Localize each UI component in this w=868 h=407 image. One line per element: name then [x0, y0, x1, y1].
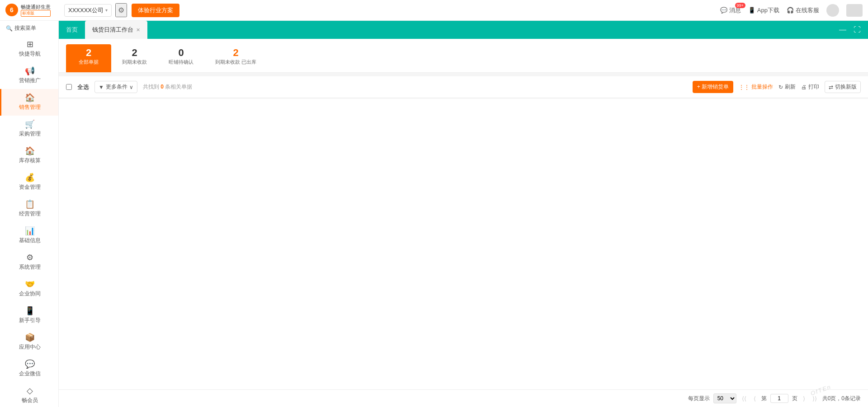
sidebar-label-quick-nav: 快捷导航: [19, 50, 41, 58]
stat-tab-shipped[interactable]: 2 到期未收款 已出库: [204, 44, 267, 72]
filter-button[interactable]: ▼ 更多条件 ∨: [94, 81, 137, 93]
pagination: 每页显示 50 10 20 100 ⟨⟨ ⟨ 第 页 ⟩ ⟩⟩ 共0页，0条记录: [59, 389, 868, 407]
filter-chevron: ∨: [129, 84, 133, 90]
app-download-btn[interactable]: 📱 App下载: [748, 6, 779, 14]
marketing-icon: 📢: [25, 67, 35, 75]
tab-cashflow[interactable]: 钱货日清工作台 ✕: [85, 21, 147, 39]
next-page-btn[interactable]: ⟩: [801, 394, 807, 403]
sidebar-item-weixin[interactable]: 💬 企业微信: [0, 356, 58, 382]
inventory-icon: 🏠: [25, 147, 35, 155]
switch-label: 切换新版: [835, 83, 857, 91]
logo-area: 6 畅捷通好生意 标准版: [5, 4, 64, 17]
filter-label: 更多条件: [106, 83, 127, 91]
online-service-btn[interactable]: 🎧 在线客服: [787, 6, 819, 14]
user-name-area[interactable]: [846, 4, 863, 17]
top-header: 6 畅捷通好生意 标准版 XXXXXX公司 ▾ ⚙ 体验行业方案 💬 消息 99…: [0, 0, 868, 21]
per-page-select[interactable]: 50 10 20 100: [713, 393, 736, 403]
switch-version-btn[interactable]: ⇄ 切换新版: [825, 81, 861, 93]
trial-button[interactable]: 体验行业方案: [132, 4, 179, 17]
operations-icon: 📋: [25, 200, 35, 208]
tab-minimize-btn[interactable]: —: [837, 24, 848, 36]
search-label: 搜索菜单: [14, 24, 36, 32]
found-text: 共找到 0 条相关单据: [143, 83, 192, 91]
notification-badge: 99+: [735, 3, 745, 8]
stats-tabs: 2 全部单据 2 到期未收款 0 旺铺待确认 2 到期未收款 已出库: [59, 39, 868, 73]
sidebar-label-finance: 资金管理: [19, 183, 41, 191]
sidebar-label-marketing: 营销推广: [19, 77, 41, 84]
sidebar-label-basicinfo: 基础信息: [19, 237, 41, 244]
found-prefix: 共找到: [143, 84, 159, 90]
sidebar-item-newbie[interactable]: 📱 新手引导: [0, 302, 58, 329]
add-sales-btn[interactable]: + 新增销货单: [693, 81, 733, 93]
stat-tab-all[interactable]: 2 全部单据: [66, 44, 111, 72]
sidebar-item-cooperation[interactable]: 🤝 企业协同: [0, 276, 58, 302]
print-btn[interactable]: 🖨 打印: [801, 83, 819, 91]
sidebar-item-system[interactable]: ⚙ 系统管理: [0, 249, 58, 276]
company-name: XXXXXX公司: [68, 6, 104, 14]
newbie-icon: 📱: [25, 307, 35, 315]
sidebar-label-system: 系统管理: [19, 263, 41, 271]
sidebar-label-sales: 销售管理: [19, 103, 41, 111]
weixin-icon: 💬: [25, 360, 35, 368]
system-icon: ⚙: [26, 253, 33, 262]
stat-tab-pending[interactable]: 0 旺铺待确认: [158, 44, 204, 72]
tab-home-label: 首页: [66, 26, 78, 34]
quick-nav-icon: ⊞: [27, 40, 33, 48]
stat-label-all: 全部单据: [79, 59, 99, 65]
page-input[interactable]: [770, 394, 788, 403]
print-icon: 🖨: [801, 84, 807, 90]
sidebar-item-inventory[interactable]: 🏠 库存核算: [0, 142, 58, 169]
sidebar-item-operations[interactable]: 📋 经营管理: [0, 196, 58, 222]
first-page-btn[interactable]: ⟨⟨: [740, 394, 748, 403]
message-btn[interactable]: 💬 消息 99+: [720, 6, 741, 14]
basicinfo-icon: 📊: [25, 227, 35, 235]
filter-icon: ▼: [99, 84, 104, 90]
main-layout: 🔍 搜索菜单 ⊞ 快捷导航 📢 营销推广 🏠 销售管理 🛒 采购管理 🏠 库存核…: [0, 21, 868, 407]
online-service-label: 在线客服: [796, 6, 819, 14]
tab-close-icon[interactable]: ✕: [136, 27, 140, 33]
sidebar-item-marketing[interactable]: 📢 营销推广: [0, 62, 58, 89]
page-label: 第: [761, 395, 767, 402]
tab-home[interactable]: 首页: [59, 21, 85, 39]
stat-num-pending: 0: [178, 48, 184, 58]
stat-label-overdue: 到期未收款: [122, 59, 147, 65]
sidebar-search[interactable]: 🔍 搜索菜单: [0, 21, 58, 36]
download-icon: 📱: [748, 7, 755, 14]
found-count: 0: [160, 84, 164, 90]
select-all-checkbox[interactable]: [66, 84, 72, 90]
refresh-label: 刷新: [785, 83, 796, 91]
stat-num-shipped: 2: [233, 48, 238, 58]
sidebar-item-basicinfo[interactable]: 📊 基础信息: [0, 222, 58, 249]
purchase-icon: 🛒: [25, 120, 35, 128]
sidebar-label-newbie: 新手引导: [19, 317, 41, 324]
sidebar-item-appcenter[interactable]: 📦 应用中心: [0, 329, 58, 356]
refresh-btn[interactable]: ↻ 刷新: [778, 83, 796, 91]
stat-tab-overdue[interactable]: 2 到期未收款: [111, 44, 158, 72]
message-icon: 💬: [720, 7, 727, 14]
chevron-down-icon: ▾: [105, 8, 108, 13]
avatar[interactable]: [826, 4, 839, 17]
tab-cashflow-label: 钱货日清工作台: [92, 26, 133, 34]
logo-icon: 6: [5, 4, 18, 16]
page-suffix: 页: [792, 395, 797, 402]
sidebar-item-purchase[interactable]: 🛒 采购管理: [0, 116, 58, 142]
logo-line2: 标准版: [21, 10, 51, 17]
tab-maximize-btn[interactable]: ⛶: [852, 24, 863, 36]
sidebar-item-member[interactable]: ◇ 畅会员: [0, 382, 58, 407]
print-label: 打印: [808, 83, 819, 91]
sidebar-item-finance[interactable]: 💰 资金管理: [0, 169, 58, 196]
switch-icon: ⇄: [829, 84, 833, 90]
sidebar: 🔍 搜索菜单 ⊞ 快捷导航 📢 营销推广 🏠 销售管理 🛒 采购管理 🏠 库存核…: [0, 21, 59, 407]
sidebar-label-cooperation: 企业协同: [19, 290, 41, 298]
batch-action-btn[interactable]: ⋮⋮ 批量操作: [739, 83, 773, 91]
logo-line1: 畅捷通好生意: [21, 4, 51, 10]
stat-label-shipped: 到期未收款 已出库: [215, 59, 256, 65]
settings-icon[interactable]: ⚙: [115, 3, 127, 17]
sidebar-label-appcenter: 应用中心: [19, 343, 41, 351]
sidebar-item-sales[interactable]: 🏠 销售管理: [0, 89, 58, 116]
company-selector[interactable]: XXXXXX公司 ▾: [64, 4, 112, 17]
prev-page-btn[interactable]: ⟨: [752, 394, 758, 403]
sidebar-item-quick-nav[interactable]: ⊞ 快捷导航: [0, 36, 58, 62]
last-page-btn[interactable]: ⟩⟩: [811, 394, 819, 403]
sales-icon: 🏠: [25, 94, 35, 102]
